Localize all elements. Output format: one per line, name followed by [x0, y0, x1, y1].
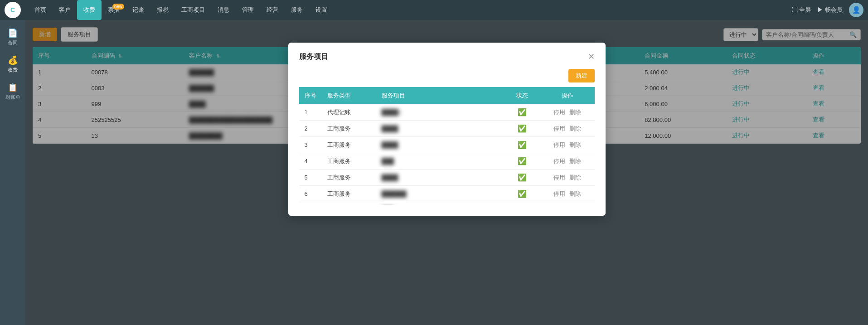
modal-cell-item: ████: [376, 121, 504, 137]
delete-button[interactable]: 删除: [569, 141, 581, 148]
charge-icon: 💰: [8, 55, 18, 65]
nav-items: 首页 客户 收费 票据 new 记账 报税 工商项目 消息 管理 经营 服务 设…: [28, 0, 792, 20]
delete-button[interactable]: 删除: [569, 158, 581, 165]
modal-cell-item: ███: [376, 153, 504, 170]
status-check-icon: ✅: [518, 141, 527, 149]
modal-cell-action: 停用 删除: [540, 137, 595, 153]
modal-cell-no: 3: [299, 137, 322, 153]
sidebar-item-contract[interactable]: 📄 合同: [1, 24, 24, 50]
modal-cell-type: 工商服务: [322, 137, 376, 153]
modal-table-body: 1 代理记账 ████1 ✅ 停用 删除 2 工商服务 ████ ✅ 停用 删除…: [299, 104, 595, 205]
nav-manage[interactable]: 管理: [236, 0, 260, 20]
nav-message[interactable]: 消息: [211, 0, 236, 20]
modal-cell-type: 代理记账: [322, 104, 376, 121]
status-check-icon: ✅: [518, 174, 527, 181]
modal-cell-status: ✅: [504, 137, 540, 153]
content-area: 新增 服务项目 进行中 🔍 序号 合同编码 ⇅ 客户名称 ⇅ 服务项目 ▼: [25, 20, 868, 325]
modal-table-row: 5 工商服务 ████ ✅ 停用 删除: [299, 170, 595, 186]
nav-charge[interactable]: 收费: [77, 0, 102, 20]
modal-table-row: 2 工商服务 ████ ✅ 停用 删除: [299, 121, 595, 137]
modal-cell-action: 停用 删除: [540, 153, 595, 170]
modal-col-no: 序号: [299, 87, 322, 104]
logo-text: C: [10, 6, 15, 14]
logo[interactable]: C: [5, 2, 21, 18]
service-table: 序号 服务类型 服务项目 状态 操作 1 代理记账 ████1 ✅ 停用 删除 …: [299, 87, 595, 205]
fullscreen-btn[interactable]: ⛶ 全屏: [792, 6, 811, 14]
modal-cell-type: 工商服务: [322, 170, 376, 186]
main-layout: 📄 合同 💰 收费 📋 对账单 新增 服务项目 进行中 🔍: [0, 20, 868, 325]
nav-right: ⛶ 全屏 ▶ 畅会员 👤: [792, 3, 863, 17]
nav-bookkeeping[interactable]: 记账: [126, 0, 150, 20]
avatar[interactable]: 👤: [849, 3, 863, 17]
modal-header: 服务项目 ✕: [299, 52, 595, 62]
nav-service[interactable]: 服务: [285, 0, 309, 20]
nav-bill[interactable]: 票据 new: [102, 0, 126, 20]
nav-business[interactable]: 工商项目: [175, 0, 211, 20]
stop-button[interactable]: 停用: [553, 125, 565, 132]
nav-settings[interactable]: 设置: [309, 0, 334, 20]
stop-button[interactable]: 停用: [553, 158, 565, 165]
sidebar-item-charge[interactable]: 💰 收费: [1, 52, 24, 77]
modal-cell-action: 停用 删除: [540, 104, 595, 121]
stop-button[interactable]: 停用: [553, 174, 565, 181]
modal-cell-item: ████: [376, 170, 504, 186]
status-check-icon: ✅: [518, 190, 527, 198]
modal-close-button[interactable]: ✕: [588, 52, 595, 62]
modal-toolbar: 新建: [299, 69, 595, 82]
nav-tax[interactable]: 报税: [150, 0, 175, 20]
modal-new-button[interactable]: 新建: [568, 69, 595, 82]
sidebar-label-reconcile: 对账单: [5, 94, 20, 101]
stop-button[interactable]: 停用: [553, 109, 565, 116]
modal-table-header: 序号 服务类型 服务项目 状态 操作: [299, 87, 595, 104]
nav-client[interactable]: 客户: [53, 0, 77, 20]
modal-table-row: 4 工商服务 ███ ✅ 停用 删除: [299, 153, 595, 170]
vip-btn[interactable]: ▶ 畅会员: [817, 6, 843, 14]
stop-button[interactable]: 停用: [553, 141, 565, 148]
modal-cell-status: ✅: [504, 170, 540, 186]
modal-cell-type: 工商服务: [322, 202, 376, 205]
status-check-icon: ✅: [518, 108, 527, 116]
sidebar-item-reconcile[interactable]: 📋 对账单: [1, 79, 24, 104]
status-check-icon: ✅: [518, 125, 527, 132]
modal-cell-no: 7: [299, 202, 322, 205]
reconcile-icon: 📋: [8, 82, 18, 92]
sidebar: 📄 合同 💰 收费 📋 对账单: [0, 20, 25, 325]
modal-table-scroll[interactable]: 序号 服务类型 服务项目 状态 操作 1 代理记账 ████1 ✅ 停用 删除 …: [299, 87, 595, 205]
modal-cell-action: 停用 删除: [540, 121, 595, 137]
nav-home[interactable]: 首页: [28, 0, 53, 20]
modal-cell-type: 工商服务: [322, 186, 376, 202]
service-modal: 服务项目 ✕ 新建 序号 服务类型 服务项目 状态 操作: [288, 43, 606, 216]
modal-cell-action: 停用 删除: [540, 170, 595, 186]
modal-col-item: 服务项目: [376, 87, 504, 104]
delete-button[interactable]: 删除: [569, 125, 581, 132]
nav-operation[interactable]: 经营: [260, 0, 285, 20]
contract-icon: 📄: [8, 28, 18, 38]
modal-cell-no: 4: [299, 153, 322, 170]
modal-cell-item: ███: [376, 202, 504, 205]
bill-badge: new: [112, 4, 124, 10]
delete-button[interactable]: 删除: [569, 109, 581, 116]
modal-cell-status: ✅: [504, 121, 540, 137]
top-navigation: C 首页 客户 收费 票据 new 记账 报税 工商项目 消息 管理 经营 服务…: [0, 0, 868, 20]
modal-col-action: 操作: [540, 87, 595, 104]
modal-cell-item: ████1: [376, 104, 504, 121]
sidebar-label-charge: 收费: [8, 67, 18, 73]
modal-cell-type: 工商服务: [322, 121, 376, 137]
modal-cell-no: 2: [299, 121, 322, 137]
modal-cell-status: ✅: [504, 153, 540, 170]
stop-button[interactable]: 停用: [553, 190, 565, 197]
modal-cell-type: 工商服务: [322, 153, 376, 170]
modal-cell-status: ✅: [504, 202, 540, 205]
delete-button[interactable]: 删除: [569, 190, 581, 197]
modal-cell-no: 1: [299, 104, 322, 121]
modal-table-row: 7 工商服务 ███ ✅ 停用 删除: [299, 202, 595, 205]
modal-table-row: 6 工商服务 ██████ ✅ 停用 删除: [299, 186, 595, 202]
modal-col-status: 状态: [504, 87, 540, 104]
delete-button[interactable]: 删除: [569, 174, 581, 181]
modal-title: 服务项目: [299, 52, 328, 62]
status-check-icon: ✅: [518, 157, 527, 165]
modal-cell-item: ██████: [376, 186, 504, 202]
modal-cell-status: ✅: [504, 104, 540, 121]
modal-table-row: 3 工商服务 ████ ✅ 停用 删除: [299, 137, 595, 153]
modal-cell-no: 5: [299, 170, 322, 186]
